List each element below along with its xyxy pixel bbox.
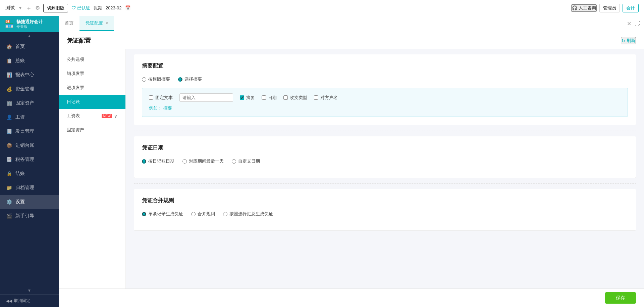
sidebar-item-purchase-sales[interactable]: 📦 进销台账 [0, 138, 59, 152]
config-nav-payroll[interactable]: 工资表 NEW ∨ [59, 109, 125, 123]
add-icon[interactable]: ＋ [26, 4, 32, 12]
fixed-text-input[interactable] [179, 93, 233, 102]
period-last-option[interactable]: 对应期间最后一天 [182, 158, 224, 164]
sidebar-item-assets[interactable]: 🏢 固定资产 [0, 96, 59, 110]
config-right: 摘要配置 按模版摘要 选择摘要 [126, 49, 644, 307]
custom-date-radio[interactable] [232, 159, 236, 164]
counterpart-checkbox-item[interactable]: 对方户名 [314, 95, 338, 101]
custom-date-label: 自定义日期 [238, 158, 260, 164]
calendar-icon[interactable]: 📅 [125, 5, 130, 10]
sidebar-item-label: 进销台账 [15, 142, 34, 148]
sidebar-item-label: 结账 [15, 171, 25, 177]
date-checkbox[interactable] [262, 95, 266, 100]
headset-icon: 🎧 [572, 5, 577, 10]
section-divider-2 [134, 183, 636, 184]
accountant-button[interactable]: 会计 [623, 4, 639, 12]
settings-icon[interactable]: ⚙ [35, 5, 40, 11]
sidebar-item-closing[interactable]: 🔒 结账 [0, 167, 59, 181]
abstract-radio-group: 按模版摘要 选择摘要 [142, 76, 628, 82]
manager-button[interactable]: 管理员 [599, 4, 620, 12]
merge-rule-option[interactable]: 合并规则 [191, 211, 215, 217]
sidebar-item-guide[interactable]: 🎬 新手引导 [0, 209, 59, 223]
fixed-text-checkbox[interactable] [149, 95, 153, 100]
abstract-select-radio[interactable] [178, 77, 182, 82]
sidebar-item-home[interactable]: 🏠 首页 [0, 40, 59, 54]
config-nav-sales-invoice[interactable]: 销项发票 [59, 67, 125, 81]
shield-icon: 🛡 [71, 5, 76, 10]
expand-arrow-icon: ∨ [114, 114, 117, 119]
human-consult-button[interactable]: 🎧 人工咨询 [571, 4, 597, 12]
abstract-checkbox[interactable] [240, 95, 244, 100]
abstract-template-radio[interactable] [142, 77, 146, 82]
main-layout: 🏪 畅捷通好会计 专业版 ▲ 🏠 首页 📋 总账 📊 报表中心 💰 资金 [0, 16, 644, 307]
summary-radio[interactable] [223, 212, 227, 216]
sidebar-scroll-up[interactable]: ▲ [0, 32, 59, 40]
merge-rule-radio[interactable] [191, 212, 196, 216]
counterpart-label: 对方户名 [320, 95, 338, 101]
sidebar-item-settings[interactable]: ⚙️ 设置 [0, 195, 59, 209]
example-prefix: 例如： [149, 105, 162, 111]
date-radio-group: 按日记账日期 对应期间最后一天 自定义日期 [142, 158, 628, 164]
home-icon: 🏠 [6, 44, 12, 50]
sidebar-item-tax[interactable]: 📑 税务管理 [0, 152, 59, 167]
fixed-text-checkbox-item[interactable]: 固定文本 [149, 95, 173, 101]
sidebar-item-payroll[interactable]: 👤 工资 [0, 110, 59, 124]
page-footer: 保存 [59, 289, 644, 307]
tab-active-label: 凭证配置 [86, 20, 103, 26]
sidebar-item-label: 资金管理 [15, 86, 34, 92]
invoice-icon: 🧾 [6, 128, 12, 134]
save-button[interactable]: 保存 [605, 292, 636, 304]
income-type-checkbox[interactable] [283, 95, 288, 100]
merge-radio-group: 单条记录生成凭证 合并规则 按照选择汇总生成凭证 [142, 211, 628, 217]
summary-label: 按照选择汇总生成凭证 [229, 211, 273, 217]
config-nav-public[interactable]: 公共选项 [59, 52, 125, 67]
refresh-button[interactable]: ↻ 刷新 [621, 37, 636, 44]
single-record-option[interactable]: 单条记录生成凭证 [142, 211, 183, 217]
config-nav-purchase-invoice[interactable]: 进项发票 [59, 81, 125, 95]
tab-home[interactable]: 首页 [59, 16, 79, 31]
sidebar-item-capital[interactable]: 💰 资金管理 [0, 82, 59, 96]
tab-close-button[interactable]: × [106, 21, 108, 26]
abstract-select-option[interactable]: 选择摘要 [178, 76, 202, 82]
counterpart-checkbox[interactable] [314, 95, 318, 100]
ledger-icon: 📋 [6, 58, 12, 64]
journal-date-option[interactable]: 按日记账日期 [142, 158, 174, 164]
sidebar-item-ledger[interactable]: 📋 总账 [0, 54, 59, 68]
tab-voucher-config[interactable]: 凭证配置 × [79, 16, 114, 31]
payroll-nav-label: 工资表 [67, 113, 80, 119]
logo-main-text: 畅捷通好会计 [16, 19, 43, 25]
sidebar-scroll-down[interactable]: ▼ [0, 287, 59, 294]
close-window-icon[interactable]: ✕ [627, 20, 631, 27]
abstract-template-label: 按模版摘要 [148, 76, 170, 82]
switch-old-button[interactable]: 切到旧版 [43, 4, 68, 12]
top-bar-actions: 🎧 人工咨询 管理员 会计 [571, 4, 639, 12]
period-last-label: 对应期间最后一天 [189, 158, 224, 164]
config-nav-fixed-assets[interactable]: 固定资产 [59, 123, 125, 137]
custom-date-option[interactable]: 自定义日期 [232, 158, 260, 164]
page-header: 凭证配置 ↻ 刷新 [59, 31, 644, 49]
period-label: 账期 [94, 5, 102, 11]
sidebar-item-archive[interactable]: 📁 归档管理 [0, 181, 59, 195]
period-last-radio[interactable] [182, 159, 187, 164]
date-checkbox-item[interactable]: 日期 [262, 95, 277, 101]
sidebar-item-label: 总账 [15, 58, 25, 64]
config-nav-journal[interactable]: 日记账 [59, 95, 125, 109]
single-record-radio[interactable] [142, 212, 146, 216]
cancel-fixed-button[interactable]: ◀◀ 取消固定 [0, 294, 59, 307]
sidebar-item-invoice-mgmt[interactable]: 🧾 发票管理 [0, 124, 59, 138]
abstract-template-option[interactable]: 按模版摘要 [142, 76, 170, 82]
summary-option[interactable]: 按照选择汇总生成凭证 [223, 211, 273, 217]
sidebar-item-label: 工资 [15, 114, 25, 120]
merge-section-title: 凭证合并规则 [142, 197, 628, 204]
income-type-label: 收支类型 [290, 95, 307, 101]
expand-icon[interactable]: ⛶ [635, 20, 640, 27]
income-type-checkbox-item[interactable]: 收支类型 [283, 95, 307, 101]
sidebar-item-label: 首页 [15, 44, 25, 50]
cancel-fixed-label: 取消固定 [14, 298, 30, 304]
abstract-checkbox-item[interactable]: 摘要 [240, 95, 255, 101]
journal-date-label: 按日记账日期 [148, 158, 174, 164]
capital-icon: 💰 [6, 86, 12, 92]
sidebar-item-reports[interactable]: 📊 报表中心 [0, 68, 59, 82]
journal-date-radio[interactable] [142, 159, 146, 164]
dropdown-icon[interactable]: ▼ [18, 5, 22, 10]
